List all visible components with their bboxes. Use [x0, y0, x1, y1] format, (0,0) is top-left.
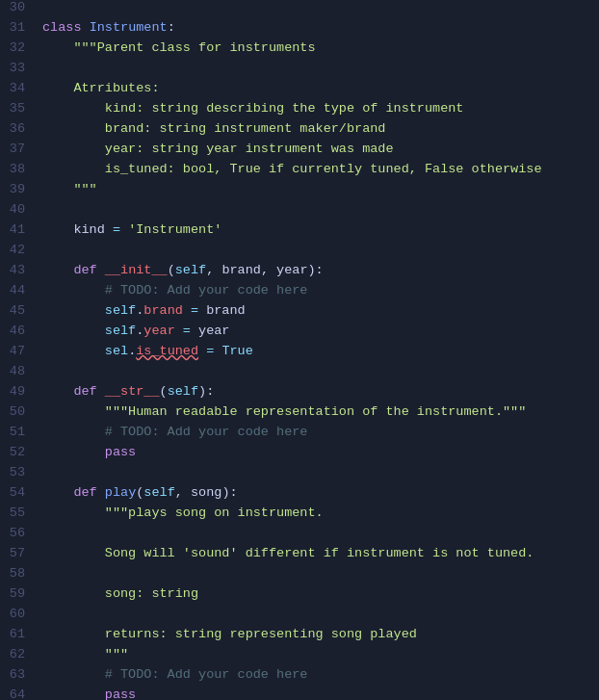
code-line: 33 — [0, 61, 599, 81]
code-line: 58 — [0, 566, 599, 586]
code-line: 51 # TODO: Add your code here — [0, 425, 599, 445]
code-line: 46 self.year = year — [0, 324, 599, 344]
line-number: 43 — [0, 263, 40, 277]
line-content: def __str__(self): — [40, 384, 599, 399]
code-line: 43 def __init__(self, brand, year): — [0, 263, 599, 283]
line-content: Atrributes: — [40, 81, 599, 95]
line-number: 53 — [0, 465, 40, 480]
line-number: 41 — [0, 222, 40, 237]
code-line: 36 brand: string instrument maker/brand — [0, 121, 599, 142]
code-line: 31class Instrument: — [0, 20, 599, 40]
line-number: 47 — [0, 344, 40, 358]
code-line: 37 year: string year instrument was made — [0, 142, 599, 162]
code-line: 52 pass — [0, 445, 599, 465]
line-content: kind: string describing the type of inst… — [40, 101, 599, 116]
line-number: 51 — [0, 425, 40, 439]
line-content: brand: string instrument maker/brand — [40, 121, 599, 136]
code-line: 61 returns: string representing song pla… — [0, 627, 599, 647]
line-number: 46 — [0, 324, 40, 338]
line-number: 34 — [0, 81, 40, 95]
code-line: 64 pass — [0, 687, 599, 700]
line-number: 62 — [0, 647, 40, 661]
line-content: pass — [40, 687, 599, 700]
line-number: 50 — [0, 404, 40, 419]
line-number: 57 — [0, 546, 40, 560]
code-editor: 3031class Instrument:32 """Parent class … — [0, 0, 599, 700]
line-number: 52 — [0, 445, 40, 459]
line-number: 61 — [0, 627, 40, 641]
line-content: song: string — [40, 586, 599, 601]
line-content: """ — [40, 182, 599, 196]
line-number: 44 — [0, 283, 40, 298]
line-number: 32 — [0, 40, 40, 55]
line-content: sel.is_tuned = True — [40, 344, 599, 358]
line-number: 54 — [0, 485, 40, 500]
line-content: year: string year instrument was made — [40, 142, 599, 156]
line-content: # TODO: Add your code here — [40, 283, 599, 298]
line-number: 55 — [0, 506, 40, 520]
line-content: def play(self, song): — [40, 485, 599, 500]
line-content: returns: string representing song played — [40, 627, 599, 641]
line-content: Song will 'sound' different if instrumen… — [40, 546, 599, 560]
line-number: 40 — [0, 202, 40, 217]
code-line: 41 kind = 'Instrument' — [0, 222, 599, 243]
line-number: 37 — [0, 142, 40, 156]
code-line: 32 """Parent class for instruments — [0, 40, 599, 61]
code-line: 38 is_tuned: bool, True if currently tun… — [0, 162, 599, 182]
code-line: 47 sel.is_tuned = True — [0, 344, 599, 364]
line-content: """Human readable representation of the … — [40, 404, 599, 419]
code-line: 53 — [0, 465, 599, 485]
line-number: 63 — [0, 667, 40, 682]
line-content: """plays song on instrument. — [40, 506, 599, 520]
line-content: class Instrument: — [40, 20, 599, 35]
line-content: self.brand = brand — [40, 303, 599, 318]
line-content: # TODO: Add your code here — [40, 667, 599, 682]
line-number: 60 — [0, 607, 40, 621]
line-content: kind = 'Instrument' — [40, 222, 599, 237]
code-line: 30 — [0, 0, 599, 20]
code-line: 62 """ — [0, 647, 599, 667]
line-content: """Parent class for instruments — [40, 40, 599, 55]
line-number: 33 — [0, 61, 40, 75]
line-content: def __init__(self, brand, year): — [40, 263, 599, 277]
code-line: 50 """Human readable representation of t… — [0, 404, 599, 425]
code-line: 34 Atrributes: — [0, 81, 599, 101]
line-number: 35 — [0, 101, 40, 116]
code-line: 59 song: string — [0, 586, 599, 607]
code-line: 60 — [0, 607, 599, 627]
code-line: 44 # TODO: Add your code here — [0, 283, 599, 303]
code-line: 63 # TODO: Add your code here — [0, 667, 599, 687]
line-number: 30 — [0, 0, 40, 14]
code-line: 40 — [0, 202, 599, 222]
line-number: 36 — [0, 121, 40, 136]
line-number: 45 — [0, 303, 40, 318]
line-number: 42 — [0, 243, 40, 257]
line-number: 39 — [0, 182, 40, 196]
code-line: 42 — [0, 243, 599, 263]
line-number: 56 — [0, 526, 40, 540]
line-content: pass — [40, 445, 599, 459]
line-number: 49 — [0, 384, 40, 399]
line-number: 31 — [0, 20, 40, 35]
line-number: 58 — [0, 566, 40, 581]
code-line: 49 def __str__(self): — [0, 384, 599, 404]
line-number: 64 — [0, 687, 40, 700]
code-line: 57 Song will 'sound' different if instru… — [0, 546, 599, 566]
line-content: self.year = year — [40, 324, 599, 338]
code-line: 39 """ — [0, 182, 599, 202]
line-number: 59 — [0, 586, 40, 601]
line-content: """ — [40, 647, 599, 661]
line-content: # TODO: Add your code here — [40, 425, 599, 439]
code-line: 35 kind: string describing the type of i… — [0, 101, 599, 121]
code-line: 55 """plays song on instrument. — [0, 506, 599, 526]
code-line: 56 — [0, 526, 599, 546]
line-number: 48 — [0, 364, 40, 378]
line-number: 38 — [0, 162, 40, 176]
code-line: 48 — [0, 364, 599, 384]
code-line: 54 def play(self, song): — [0, 485, 599, 506]
line-content: is_tuned: bool, True if currently tuned,… — [40, 162, 599, 176]
code-line: 45 self.brand = brand — [0, 303, 599, 324]
